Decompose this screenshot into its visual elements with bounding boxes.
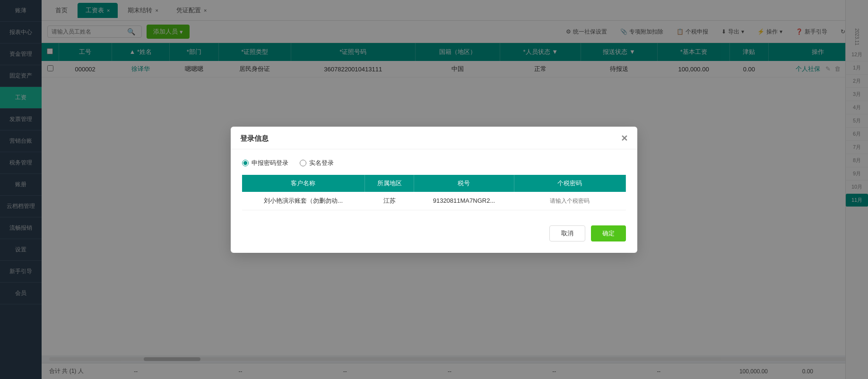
- radio-password-input[interactable]: [242, 160, 249, 166]
- dlg-col-client-name: 客户名称: [242, 175, 365, 192]
- login-info-dialog: 登录信息 ✕ 申报密码登录 实名登录 客户名称 所属地区: [231, 127, 637, 253]
- cell-region: 江苏: [365, 192, 414, 210]
- dialog-title: 登录信息: [240, 134, 269, 143]
- radio-password-label: 申报密码登录: [252, 159, 288, 167]
- cell-client-name: 刘小艳演示账套（勿删勿动...: [242, 192, 365, 210]
- radio-password-login[interactable]: 申报密码登录: [242, 159, 288, 167]
- cancel-button[interactable]: 取消: [549, 225, 585, 241]
- dialog-body: 申报密码登录 实名登录 客户名称 所属地区 税号 个税密码: [231, 149, 637, 253]
- dialog-overlay: 登录信息 ✕ 申报密码登录 实名登录 客户名称 所属地区: [0, 0, 868, 379]
- dlg-col-tax-id: 税号: [414, 175, 514, 192]
- dialog-footer: 取消 确定: [242, 225, 626, 241]
- confirm-button[interactable]: 确定: [591, 225, 626, 241]
- radio-realname-login[interactable]: 实名登录: [300, 159, 334, 167]
- dialog-close-icon[interactable]: ✕: [621, 134, 628, 143]
- radio-realname-label: 实名登录: [309, 159, 334, 167]
- cell-tax-id: 91320811MA7NGR2...: [414, 192, 514, 210]
- table-row: 刘小艳演示账套（勿删勿动... 江苏 91320811MA7NGR2...: [242, 192, 626, 210]
- login-type-radio-group: 申报密码登录 实名登录: [242, 159, 626, 167]
- radio-realname-input[interactable]: [300, 160, 306, 166]
- cell-password[interactable]: [514, 192, 625, 210]
- password-input[interactable]: [520, 198, 620, 204]
- dlg-col-password: 个税密码: [514, 175, 625, 192]
- dlg-col-region: 所属地区: [365, 175, 414, 192]
- dialog-header: 登录信息 ✕: [231, 127, 637, 149]
- client-table: 客户名称 所属地区 税号 个税密码 刘小艳演示账套（勿删勿动... 江苏 913…: [242, 175, 626, 210]
